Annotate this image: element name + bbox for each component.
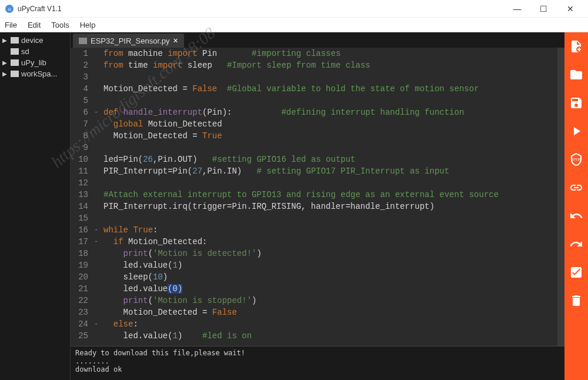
svg-text:u: u <box>8 6 11 12</box>
folder-icon <box>11 37 19 44</box>
minimize-button[interactable]: — <box>504 0 530 18</box>
editor-container: ESP32_PIR_Sensor.py × 1 2 3 4 5 6 7 8 9 … <box>71 32 564 380</box>
new-file-button[interactable] <box>567 37 586 56</box>
tree-item-sd[interactable]: sd <box>0 46 70 57</box>
menu-tools[interactable]: Tools <box>51 21 69 29</box>
open-folder-button[interactable] <box>567 65 586 84</box>
tab-active[interactable]: ESP32_PIR_Sensor.py × <box>73 34 184 48</box>
folder-icon <box>11 71 19 77</box>
menu-edit[interactable]: Edit <box>28 21 41 29</box>
chevron-right-icon: ▶ <box>2 71 8 77</box>
console-output[interactable]: Ready to download this file,please wait!… <box>71 346 564 380</box>
window-title: uPyCraft V1.1 <box>18 5 504 13</box>
fold-gutter[interactable]: - - - - <box>94 48 103 346</box>
run-button[interactable] <box>567 122 586 141</box>
tree-item-upy-lib[interactable]: ▶uPy_lib <box>0 57 70 68</box>
connect-button[interactable] <box>567 178 586 197</box>
chevron-right-icon: ▶ <box>2 59 8 66</box>
clear-button[interactable] <box>567 291 586 310</box>
folder-icon <box>11 59 19 66</box>
menu-file[interactable]: File <box>5 21 17 29</box>
syntax-check-button[interactable] <box>567 263 586 282</box>
stop-button[interactable]: STOP <box>567 150 586 169</box>
window-controls: — ☐ ✕ <box>504 0 583 18</box>
tab-bar: ESP32_PIR_Sensor.py × <box>71 32 564 48</box>
menubar: File Edit Tools Help <box>0 18 588 32</box>
close-button[interactable]: ✕ <box>557 0 583 18</box>
tab-filename: ESP32_PIR_Sensor.py <box>91 36 169 45</box>
svg-text:STOP: STOP <box>572 158 581 161</box>
tab-close-icon[interactable]: × <box>173 36 178 45</box>
save-button[interactable] <box>567 94 586 112</box>
folder-icon <box>11 48 19 55</box>
menu-help[interactable]: Help <box>80 21 96 29</box>
file-tree: ▶device sd ▶uPy_lib ▶workSpa... <box>0 32 71 380</box>
toolbar-right: STOP <box>564 32 588 380</box>
main-area: ▶device sd ▶uPy_lib ▶workSpa... ESP32_PI… <box>0 32 588 380</box>
redo-button[interactable] <box>567 235 586 254</box>
tree-item-device[interactable]: ▶device <box>0 35 70 46</box>
titlebar: u uPyCraft V1.1 — ☐ ✕ <box>0 0 588 18</box>
code-content[interactable]: from machine import Pin #importing class… <box>103 48 557 346</box>
line-numbers: 1 2 3 4 5 6 7 8 9 10 11 12 13 14 15 16 1… <box>71 48 94 346</box>
code-editor[interactable]: 1 2 3 4 5 6 7 8 9 10 11 12 13 14 15 16 1… <box>71 48 564 346</box>
chevron-right-icon: ▶ <box>2 37 8 44</box>
scrollbar-vertical[interactable] <box>557 48 564 346</box>
tree-item-workspace[interactable]: ▶workSpa... <box>0 68 70 79</box>
undo-button[interactable] <box>567 206 586 225</box>
app-icon: u <box>5 4 14 14</box>
file-icon <box>79 38 87 44</box>
maximize-button[interactable]: ☐ <box>530 0 557 18</box>
